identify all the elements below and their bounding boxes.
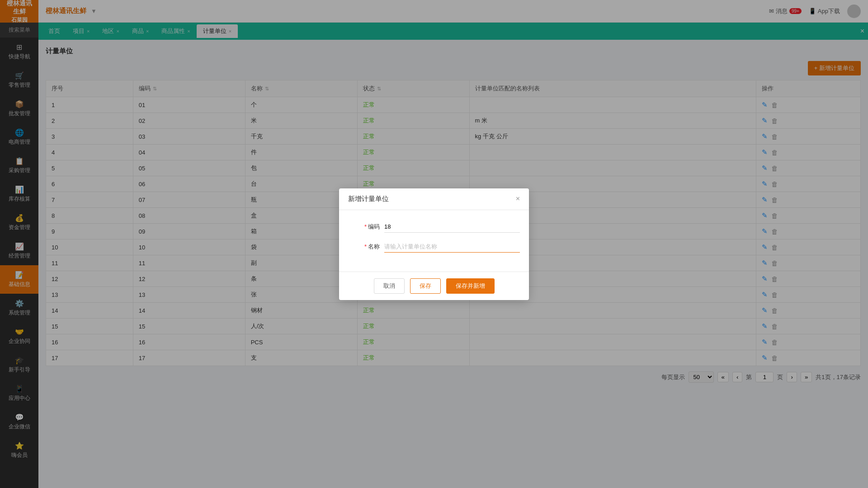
save-button[interactable]: 保存 [410,278,441,294]
modal-footer: 取消 保存 保存并新增 [339,272,529,300]
code-input[interactable] [384,221,520,233]
modal-close-btn[interactable]: × [516,195,520,203]
code-label: *编码 [348,223,380,231]
form-row-code: *编码 [348,221,520,233]
add-unit-modal: 新增计量单位 × *编码 *名称 取消 保存 保存并新增 [339,188,529,300]
modal-body: *编码 *名称 [339,210,529,272]
modal-header: 新增计量单位 × [339,188,529,210]
modal-overlay[interactable]: 新增计量单位 × *编码 *名称 取消 保存 保存并新增 [0,0,868,488]
name-input[interactable] [384,241,520,253]
save-and-new-button[interactable]: 保存并新增 [446,278,495,294]
form-row-name: *名称 [348,241,520,253]
modal-title: 新增计量单位 [348,195,389,203]
code-required-mark: * [364,223,367,230]
name-required-mark: * [364,243,367,250]
cancel-button[interactable]: 取消 [374,278,405,294]
name-label: *名称 [348,243,380,251]
